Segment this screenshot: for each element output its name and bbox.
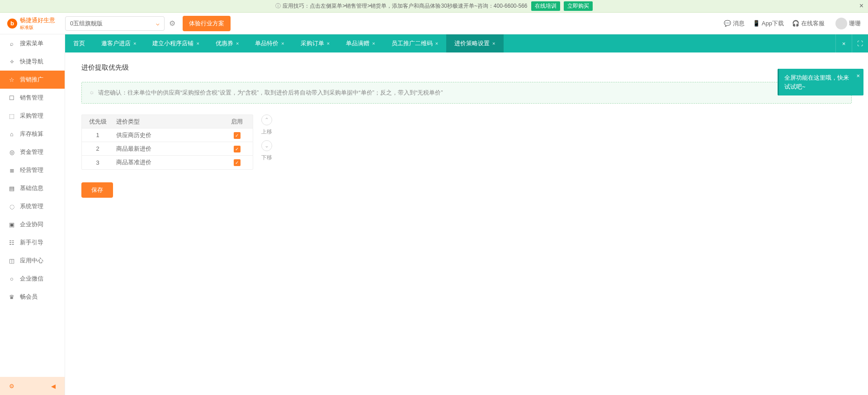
sidebar-footer: ⚙ ◀ <box>0 377 65 395</box>
menu-icon: ⌂ <box>8 131 15 138</box>
tab-close-icon[interactable]: × <box>236 41 239 46</box>
tab-7[interactable]: 员工推广二维码× <box>383 34 446 52</box>
tabs-bar: 首页邀客户进店×建立小程序店铺×优惠券×单品特价×采购订单×单品满赠×员工推广二… <box>65 34 868 52</box>
toast-close-icon[interactable]: × <box>856 71 860 81</box>
table-header-row: 优先级 进价类型 启用 <box>82 115 253 128</box>
menu-icon: ◎ <box>8 149 15 156</box>
tab-label: 优惠券 <box>216 39 233 48</box>
message-icon: 💬 <box>724 20 731 27</box>
menu-icon: ◌ <box>8 203 15 210</box>
menu-label: 销售管理 <box>20 94 43 102</box>
promo-banner: ⓘ 应用技巧：点击左侧菜单>销售管理>销货单，添加客户和商品体验30秒极速开单~… <box>0 0 868 13</box>
menu-label: 系统管理 <box>20 202 43 210</box>
sidebar-item-14[interactable]: ♛畅会员 <box>0 288 65 306</box>
logo-subtext: 标准版 <box>20 24 55 31</box>
menu-label: 搜索菜单 <box>20 39 43 48</box>
settings-gear-icon[interactable]: ⚙ <box>169 19 175 28</box>
store-selector[interactable]: 0五组旗舰版 ⌵ <box>65 16 165 31</box>
app-download-link[interactable]: 📱 App下载 <box>753 19 784 28</box>
training-button[interactable]: 在线培训 <box>531 1 560 11</box>
page-content: 进价提取优先级 ☼ 请您确认：往来单位中的供应商“采购报价含税”设置，为“含税”… <box>65 52 868 395</box>
tab-close-icon[interactable]: × <box>492 41 495 46</box>
logo-text: 畅捷通好生意 <box>20 16 55 24</box>
tab-close-icon[interactable]: × <box>435 41 438 46</box>
menu-icon: ⬚ <box>8 113 15 119</box>
username: 珊珊 <box>849 19 861 28</box>
checkbox-checked-icon[interactable]: ✓ <box>234 132 241 139</box>
tab-label: 采购订单 <box>301 39 324 48</box>
avatar <box>835 18 847 29</box>
tab-close-icon[interactable]: × <box>372 41 375 46</box>
tab-3[interactable]: 优惠券× <box>208 34 247 52</box>
sidebar-item-8[interactable]: ▤基础信息 <box>0 179 65 197</box>
checkbox-checked-icon[interactable]: ✓ <box>234 159 241 166</box>
row-type: 供应商历史价 <box>113 131 221 139</box>
row-enable: ✓ <box>221 132 253 139</box>
sidebar-item-12[interactable]: ◫应用中心 <box>0 252 65 270</box>
tab-close-icon[interactable]: × <box>281 41 284 46</box>
banner-close-icon[interactable]: × <box>859 2 863 10</box>
tab-5[interactable]: 采购订单× <box>292 34 338 52</box>
row-priority: 3 <box>82 159 113 166</box>
tab-close-icon[interactable]: × <box>196 41 199 46</box>
col-header-enable: 启用 <box>221 118 253 126</box>
tab-1[interactable]: 邀客户进店× <box>93 34 144 52</box>
tab-close-icon[interactable]: × <box>327 41 330 46</box>
sidebar-item-5[interactable]: ⌂库存核算 <box>0 125 65 143</box>
move-down-button[interactable]: ⌄ <box>261 140 272 151</box>
tab-close-icon[interactable]: × <box>133 41 136 46</box>
header-right: 💬 消息 📱 App下载 🎧 在线客服 珊珊 <box>724 18 861 29</box>
tab-0[interactable]: 首页 <box>65 34 93 52</box>
menu-icon: ☐ <box>8 95 15 101</box>
try-solution-button[interactable]: 体验行业方案 <box>183 16 231 31</box>
banner-text: 应用技巧：点击左侧菜单>销售管理>销货单，添加客户和商品体验30秒极速开单~咨询… <box>283 2 527 10</box>
row-enable: ✓ <box>221 159 253 166</box>
sidebar-item-9[interactable]: ◌系统管理 <box>0 197 65 215</box>
tabs-close-all-icon[interactable]: × <box>835 34 852 52</box>
table-row[interactable]: 1供应商历史价✓ <box>82 128 253 142</box>
sidebar-item-6[interactable]: ◎资金管理 <box>0 143 65 161</box>
sidebar-item-0[interactable]: ⌕搜索菜单 <box>0 34 65 52</box>
sidebar-item-3[interactable]: ☐销售管理 <box>0 89 65 107</box>
tab-label: 进价策略设置 <box>454 39 490 48</box>
fullscreen-icon[interactable]: ⛶ <box>852 34 868 52</box>
move-controls: ⌃ 上移 ⌄ 下移 <box>261 114 272 163</box>
checkbox-checked-icon[interactable]: ✓ <box>234 146 241 152</box>
online-service-link[interactable]: 🎧 在线客服 <box>792 19 825 28</box>
menu-icon: ⌕ <box>8 40 15 47</box>
tab-4[interactable]: 单品特价× <box>247 34 292 52</box>
menu-icon: ☷ <box>8 239 15 246</box>
menu-icon: ≣ <box>8 167 15 174</box>
table-row[interactable]: 2商品最新进价✓ <box>82 142 253 156</box>
menu-label: 采购管理 <box>20 112 43 120</box>
menu-label: 企业协同 <box>20 220 43 228</box>
sidebar-item-13[interactable]: ○企业微信 <box>0 270 65 288</box>
tab-2[interactable]: 建立小程序店铺× <box>144 34 207 52</box>
sidebar-item-10[interactable]: ▣企业协同 <box>0 215 65 233</box>
tab-6[interactable]: 单品满赠× <box>338 34 383 52</box>
sidebar-item-1[interactable]: ✧快捷导航 <box>0 52 65 71</box>
sidebar-item-2[interactable]: ☆营销推广 <box>0 71 65 89</box>
menu-label: 经营管理 <box>20 166 43 174</box>
buy-now-button[interactable]: 立即购买 <box>564 1 593 11</box>
user-menu[interactable]: 珊珊 <box>833 18 861 29</box>
menu-icon: ✧ <box>8 58 15 65</box>
sidebar-item-4[interactable]: ⬚采购管理 <box>0 107 65 125</box>
main-area: 首页邀客户进店×建立小程序店铺×优惠券×单品特价×采购订单×单品满赠×员工推广二… <box>65 34 868 395</box>
sidebar-item-11[interactable]: ☷新手引导 <box>0 233 65 252</box>
row-enable: ✓ <box>221 145 253 152</box>
move-up-button[interactable]: ⌃ <box>261 114 272 125</box>
sidebar-item-7[interactable]: ≣经营管理 <box>0 161 65 179</box>
tip-box: ☼ 请您确认：往来单位中的供应商“采购报价含税”设置，为“含税”，取到进价后将自… <box>81 82 852 104</box>
save-button[interactable]: 保存 <box>81 182 113 198</box>
row-priority: 1 <box>82 132 113 138</box>
messages-link[interactable]: 💬 消息 <box>724 19 745 28</box>
sidebar-collapse-icon[interactable]: ◀ <box>51 383 56 390</box>
tab-8[interactable]: 进价策略设置× <box>446 34 503 52</box>
sidebar-settings-icon[interactable]: ⚙ <box>9 383 14 390</box>
col-header-priority: 优先级 <box>82 118 113 126</box>
menu-label: 营销推广 <box>20 76 43 84</box>
table-row[interactable]: 3商品基准进价✓ <box>82 156 253 169</box>
tip-text: 请您确认：往来单位中的供应商“采购报价含税”设置，为“含税”，取到进价后将自动带… <box>98 89 443 97</box>
move-up-label: 上移 <box>261 128 272 136</box>
